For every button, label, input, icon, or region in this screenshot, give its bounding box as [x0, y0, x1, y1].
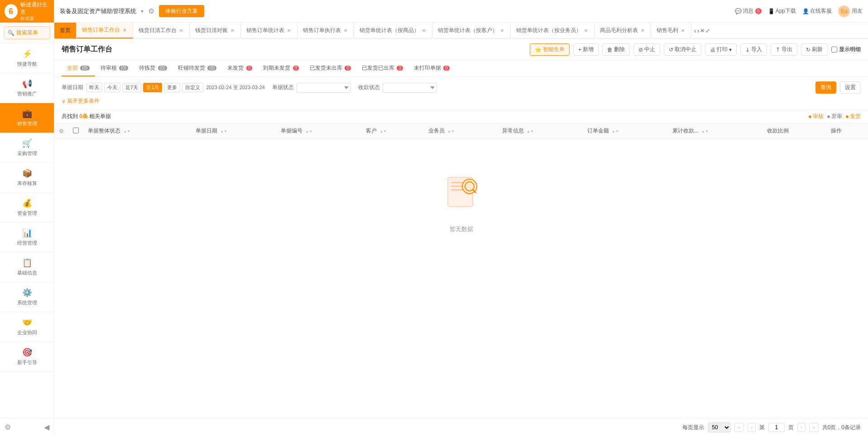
status-select[interactable] [297, 83, 351, 93]
expand-button[interactable]: ∨ 展开更多条件 [62, 97, 861, 105]
tab-sales-staff[interactable]: 销货单统计表（按业务员） ✕ [511, 23, 595, 38]
date-buttons: 昨天 今天 近7天 近1月 更多 自定义 [86, 83, 203, 92]
tab-close-sales-exec[interactable]: ✕ [343, 28, 348, 33]
sort-date-icon[interactable]: ▲▼ [220, 129, 227, 133]
subtab-shipped-not-out[interactable]: 已发货未出库 0 [304, 61, 356, 76]
sort-anomaly-icon[interactable]: ▲▼ [527, 129, 534, 133]
per-page-select[interactable]: 50 10 20 100 [708, 422, 731, 432]
last-page-button[interactable]: » [809, 423, 819, 432]
tab-sales-exec[interactable]: 销售订单执行表 ✕ [297, 23, 354, 38]
message-button[interactable]: 💬 消息 6 [735, 7, 762, 15]
tab-close-all[interactable]: ✕ [700, 28, 705, 34]
tab-sales-stats[interactable]: 销售订单统计表 ✕ [241, 23, 297, 38]
subtab-all-badge: (0) [80, 66, 89, 71]
tab-close-daily-cash[interactable]: ✕ [178, 28, 184, 33]
subtab-not-shipped[interactable]: 未发货 0 [222, 61, 258, 76]
sidebar-item-sales[interactable]: 💼 销售管理 [0, 103, 54, 133]
subtab-wangpu[interactable]: 旺铺待发货 (0) [173, 61, 222, 76]
tab-close-sales-customer[interactable]: ✕ [499, 28, 505, 33]
sort-number-icon[interactable]: ▲▼ [305, 129, 312, 133]
next-page-button[interactable]: › [797, 423, 806, 432]
date-btn-custom[interactable]: 自定义 [182, 83, 203, 92]
sort-status-icon[interactable]: ▲▼ [123, 129, 130, 133]
subtab-shipped-out[interactable]: 已发货已出库 0 [356, 61, 408, 76]
tab-profit[interactable]: 商品毛利分析表 ✕ [595, 23, 651, 38]
tab-close-cash-goods[interactable]: ✕ [230, 28, 235, 33]
tab-home[interactable]: 首页 [54, 23, 77, 38]
online-service-button[interactable]: 👤 在线客服 [802, 7, 832, 15]
tab-sales-customer[interactable]: 销货单统计表（按客户） ✕ [432, 23, 511, 38]
tab-close-sales-gross[interactable]: ✕ [680, 28, 686, 33]
subtab-overdue[interactable]: 到期未发货 0 [258, 61, 304, 76]
sidebar-item-finance[interactable]: 💰 资金管理 [0, 193, 54, 223]
date-btn-more[interactable]: 更多 [164, 83, 180, 92]
tab-sales-gross[interactable]: 销售毛利 ✕ [651, 23, 691, 38]
date-btn-1month[interactable]: 近1月 [143, 83, 162, 92]
tab-close-sales-workbench[interactable]: ✕ [122, 27, 127, 33]
sidebar-item-quick-nav[interactable]: ⚡ 快捷导航 [0, 43, 54, 73]
tab-close-sales-product[interactable]: ✕ [421, 28, 427, 33]
tab-close-sales-stats[interactable]: ✕ [286, 28, 292, 33]
subtab-all[interactable]: 全部 (0) [62, 61, 95, 76]
show-detail-checkbox[interactable] [831, 47, 837, 52]
subtab-pending-pickup[interactable]: 待拣货 (0) [134, 61, 173, 76]
ship-action-btn[interactable]: 发货 [846, 113, 861, 120]
tab-prev-arrow[interactable]: ‹ [694, 27, 696, 34]
topbar-settings-icon[interactable]: ⚙ [148, 7, 154, 15]
review-action-btn[interactable]: 审核 [809, 113, 824, 120]
date-btn-today[interactable]: 今天 [104, 83, 120, 92]
sort-staff-icon[interactable]: ▲▼ [447, 129, 455, 133]
new-button[interactable]: + 新增 [573, 43, 599, 56]
sidebar-item-marketing[interactable]: 📢 营销推广 [0, 73, 54, 103]
prev-page-button[interactable]: ‹ [748, 423, 756, 432]
search-menu-button[interactable]: 🔍 搜索菜单 [4, 26, 50, 39]
settings-button[interactable]: 设置 [840, 81, 861, 94]
sort-received-icon[interactable]: ▲▼ [701, 129, 709, 133]
smart-create-button[interactable]: ⭐ 智能生单 [530, 43, 570, 56]
col-checkbox[interactable] [68, 123, 83, 139]
date-btn-yesterday[interactable]: 昨天 [86, 83, 102, 92]
sort-amount-icon[interactable]: ▲▼ [612, 129, 619, 133]
collapse-icon[interactable]: ◀ [44, 423, 49, 431]
sidebar-item-new-guide[interactable]: 🎯 新手引导 [0, 342, 54, 372]
page-input[interactable] [768, 423, 785, 432]
sidebar-item-inventory[interactable]: 📦 库存核算 [0, 163, 54, 193]
tab-maximize[interactable]: ⤢ [705, 28, 710, 34]
select-all-checkbox[interactable] [73, 128, 79, 133]
tab-cash-goods[interactable]: 钱货日清对账 ✕ [190, 23, 241, 38]
tab-sales-product[interactable]: 销货单统计表（按商品） ✕ [354, 23, 432, 38]
experience-button[interactable]: 体验行业方案 [159, 5, 204, 17]
settings-gear-icon[interactable]: ⚙ [5, 423, 11, 431]
topbar-dropdown-icon[interactable]: ▾ [141, 8, 144, 14]
cancel-stop-button[interactable]: ↺ 取消中止 [664, 43, 701, 56]
tab-sales-workbench[interactable]: 销售订单工作台 ✕ [77, 23, 133, 38]
date-btn-7days[interactable]: 近7天 [122, 83, 141, 92]
query-button[interactable]: 查询 [815, 81, 836, 94]
stop-button[interactable]: ⊘ 中止 [633, 43, 660, 56]
sidebar-item-operations[interactable]: 📊 经营管理 [0, 223, 54, 252]
tab-close-profit[interactable]: ✕ [640, 28, 645, 33]
sidebar-item-enterprise[interactable]: 🤝 企业协同 [0, 312, 54, 342]
refresh-button[interactable]: ↻ 刷新 [801, 43, 828, 56]
show-detail-label[interactable]: 显示明细 [831, 46, 861, 53]
tab-close-sales-staff[interactable]: ✕ [583, 28, 589, 33]
app-download-button[interactable]: 📱 App下载 [768, 7, 796, 15]
print-button[interactable]: 🖨 打印 ▾ [705, 43, 737, 56]
cancel-action-btn[interactable]: 弃审 [827, 113, 842, 120]
sidebar-item-system[interactable]: ⚙️ 系统管理 [0, 282, 54, 312]
subtab-pending-review[interactable]: 待审核 (0) [95, 61, 134, 76]
delete-button[interactable]: 🗑 删除 [602, 43, 630, 56]
import-button[interactable]: ⤓ 导入 [740, 43, 767, 56]
col-settings[interactable]: ⚙ [54, 123, 68, 139]
user-area[interactable]: Ea 用友 [838, 5, 863, 17]
sort-customer-icon[interactable]: ▲▼ [379, 129, 387, 133]
sidebar-item-purchase[interactable]: 🛒 采购管理 [0, 133, 54, 163]
first-page-button[interactable]: « [734, 423, 744, 432]
export-button[interactable]: ⤒ 导出 [771, 43, 797, 56]
tab-next-arrow[interactable]: › [697, 27, 700, 34]
sidebar-item-basic-info[interactable]: 📋 基础信息 [0, 252, 54, 282]
tab-daily-cash[interactable]: 钱货日清工作台 ✕ [133, 23, 190, 38]
subtab-unprinted[interactable]: 未打印单据 0 [408, 61, 455, 76]
payment-select[interactable] [383, 83, 437, 93]
subtab-pending-review-badge: (0) [119, 66, 128, 71]
